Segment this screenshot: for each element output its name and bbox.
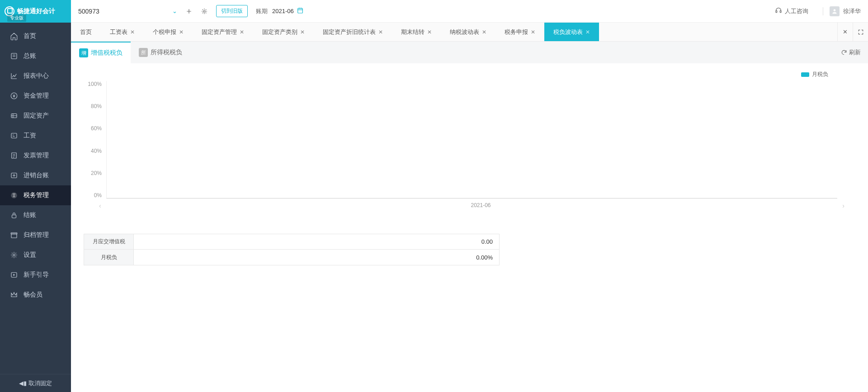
sidebar-item-reports[interactable]: 报表中心 [0, 66, 71, 86]
assets-icon [10, 112, 18, 120]
logo-area: 畅捷通好会计 专业版 [0, 0, 71, 23]
member-icon [10, 291, 18, 299]
sidebar-item-label: 新手引导 [24, 271, 49, 279]
sidebar-item-label: 首页 [24, 32, 36, 40]
user-menu[interactable]: 徐泽华 [830, 6, 861, 16]
y-tick: 80% [91, 103, 102, 109]
close-icon[interactable]: ✕ [240, 29, 244, 35]
sidebar-item-label: 结账 [24, 211, 36, 219]
tab-period-close[interactable]: 期末结转✕ [392, 23, 441, 41]
summary-table: 月应交增值税 0.00 月税负 0.00% [84, 234, 500, 265]
period-value: 2021-06 [272, 8, 294, 14]
headset-icon [775, 7, 782, 15]
calendar-icon[interactable] [297, 7, 304, 15]
tab-salary[interactable]: 工资表✕ [101, 23, 144, 41]
sidebar-item-funds[interactable]: 资金管理 [0, 86, 71, 106]
close-icon[interactable]: ✕ [179, 29, 184, 35]
user-name: 徐泽华 [843, 7, 861, 15]
svg-rect-13 [297, 8, 302, 13]
close-icon[interactable]: ✕ [585, 29, 590, 35]
sidebar-item-closing[interactable]: 结账 [0, 205, 71, 225]
close-icon[interactable]: ✕ [427, 29, 432, 35]
tab-tax-report[interactable]: 税务申报✕ [495, 23, 544, 41]
sidebar-item-label: 进销台账 [24, 171, 49, 179]
svg-rect-7 [12, 215, 16, 218]
svg-rect-9 [11, 233, 17, 234]
y-tick: 100% [88, 81, 102, 87]
sidebar-item-member[interactable]: 畅会员 [0, 285, 71, 305]
company-search-input[interactable] [78, 5, 169, 18]
sidebar-item-home[interactable]: 首页 [0, 26, 71, 46]
tax-icon [10, 191, 18, 199]
subtab-label: 所得税税负 [151, 48, 182, 57]
tab-depreciation[interactable]: 固定资产折旧统计表✕ [314, 23, 392, 41]
fullscreen-button[interactable] [853, 23, 868, 41]
tab-assets-cat[interactable]: 固定资产类别✕ [253, 23, 314, 41]
tab-home[interactable]: 首页 [71, 23, 101, 41]
tab-tax-wave[interactable]: 纳税波动表✕ [441, 23, 495, 41]
tab-assets-mgmt[interactable]: 固定资产管理✕ [193, 23, 253, 41]
income-tax-icon: 所 [139, 48, 148, 57]
support-button[interactable]: 人工咨询 [775, 7, 808, 15]
tab-label: 固定资产管理 [202, 28, 237, 36]
sidebar-item-label: 发票管理 [24, 151, 49, 160]
table-row: 月税负 0.00% [84, 250, 499, 265]
ledger-icon [10, 52, 18, 60]
tab-label: 期末结转 [401, 28, 425, 36]
row-value: 0.00% [134, 250, 499, 265]
close-all-tabs-button[interactable]: ✕ [837, 23, 853, 41]
next-period-button[interactable]: › [842, 202, 844, 209]
sidebar-item-ledger[interactable]: 总账 [0, 46, 71, 66]
period-label: 账期 [256, 7, 268, 15]
money-icon [10, 92, 18, 100]
tab-label: 税负波动表 [553, 28, 583, 36]
row-label: 月税负 [84, 250, 134, 265]
sidebar-item-archive[interactable]: 归档管理 [0, 225, 71, 245]
sidebar-item-tax[interactable]: 税务管理 [0, 185, 71, 205]
tab-label: 首页 [80, 28, 92, 36]
salary-icon [10, 132, 18, 140]
table-row: 月应交增值税 0.00 [84, 234, 499, 250]
tab-label: 工资表 [110, 28, 127, 36]
refresh-icon [841, 49, 847, 56]
add-button[interactable] [185, 8, 193, 15]
svg-point-12 [203, 10, 205, 12]
sidebar-item-guide[interactable]: 新手引导 [0, 265, 71, 285]
svg-rect-14 [776, 11, 777, 13]
sidebar-item-salary[interactable]: 工资 [0, 126, 71, 146]
tab-label: 税务申报 [505, 28, 528, 36]
switch-old-version-button[interactable]: 切到旧版 [216, 5, 248, 17]
prev-period-button[interactable]: ‹ [99, 202, 101, 209]
tab-tax-burden[interactable]: 税负波动表✕ [544, 23, 599, 41]
close-icon[interactable]: ✕ [378, 29, 383, 35]
svg-point-10 [13, 254, 15, 256]
tab-label: 固定资产折旧统计表 [323, 28, 376, 36]
settings-button[interactable] [201, 8, 208, 15]
chevron-down-icon[interactable]: ⌄ [172, 8, 177, 14]
tab-label: 纳税波动表 [450, 28, 479, 36]
sidebar-item-label: 工资 [24, 132, 36, 140]
legend: 月税负 [84, 71, 855, 78]
sidebar-item-settings[interactable]: 设置 [0, 245, 71, 265]
subtab-income[interactable]: 所 所得税税负 [131, 42, 190, 63]
subtab-vat[interactable]: 增 增值税税负 [71, 42, 131, 63]
unpin-button[interactable]: ◀▮ 取消固定 [0, 374, 71, 392]
sidebar-item-assets[interactable]: 固定资产 [0, 106, 71, 126]
close-icon[interactable]: ✕ [482, 29, 486, 35]
inout-icon [10, 171, 18, 179]
legend-swatch [801, 72, 809, 77]
archive-icon [10, 231, 18, 239]
tab-income-tax[interactable]: 个税申报✕ [144, 23, 193, 41]
x-tick: 2021-06 [471, 202, 491, 208]
gear-icon [10, 251, 18, 259]
chart-icon [10, 72, 18, 80]
y-tick: 0% [94, 192, 102, 198]
close-icon[interactable]: ✕ [300, 29, 305, 35]
refresh-button[interactable]: 刷新 [841, 48, 861, 57]
close-icon[interactable]: ✕ [130, 29, 135, 35]
sidebar-item-inout[interactable]: 进销台账 [0, 165, 71, 185]
close-icon[interactable]: ✕ [531, 29, 535, 35]
topbar: ⌄ 切到旧版 账期 2021-06 人工咨询 徐泽华 [71, 0, 868, 23]
sidebar-item-label: 税务管理 [24, 191, 49, 199]
sidebar-item-invoice[interactable]: 发票管理 [0, 146, 71, 165]
